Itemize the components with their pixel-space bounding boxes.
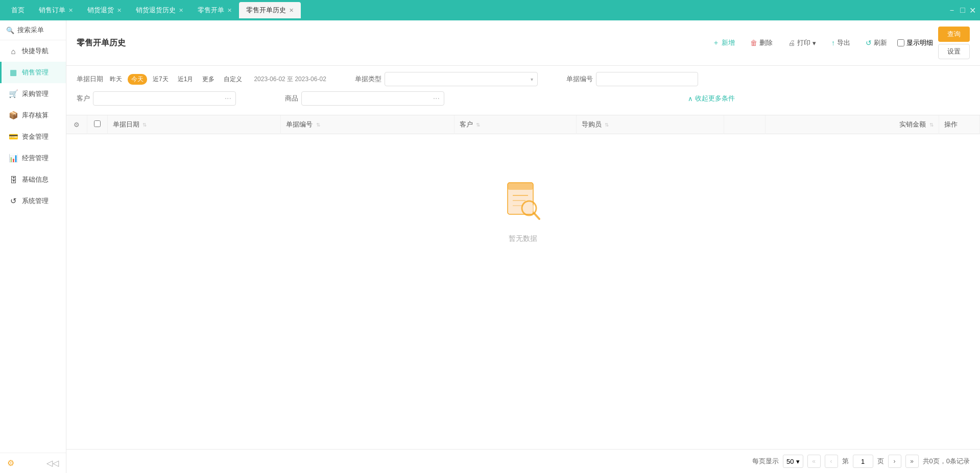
delete-icon: 🗑 bbox=[750, 39, 757, 47]
th-settings[interactable]: ⚙ bbox=[66, 115, 87, 134]
tab-retail-open-history-close[interactable]: ✕ bbox=[289, 7, 294, 14]
date-opt-7days[interactable]: 近7天 bbox=[149, 74, 172, 85]
filter-row-1: 单据日期 昨天 今天 近7天 近1月 更多 自定义 2023-06-02 至 2… bbox=[77, 72, 970, 86]
filter-row-2: 客户 ··· 商品 ··· ∧ 收起更多条件 bbox=[77, 91, 970, 106]
sidebar-item-inventory[interactable]: 📦 库存核算 bbox=[0, 105, 66, 126]
empty-text: 暂无数据 bbox=[509, 234, 537, 243]
last-page-button[interactable]: » bbox=[905, 455, 919, 468]
close-icon[interactable]: ✕ bbox=[969, 6, 976, 15]
filter-area: 单据日期 昨天 今天 近7天 近1月 更多 自定义 2023-06-02 至 2… bbox=[66, 66, 980, 115]
minimize-icon[interactable]: － bbox=[948, 5, 956, 16]
doc-type-label: 单据类型 bbox=[355, 74, 381, 84]
settings-button[interactable]: 设置 bbox=[938, 44, 970, 59]
export-button[interactable]: ↑ 导出 bbox=[826, 36, 855, 50]
svg-rect-1 bbox=[508, 183, 533, 190]
first-page-button[interactable]: « bbox=[807, 455, 821, 468]
empty-row: 暂无数据 bbox=[66, 134, 980, 285]
doc-number-input[interactable] bbox=[596, 72, 698, 86]
sidebar-item-system[interactable]: ↺ 系统管理 bbox=[0, 190, 66, 212]
delete-button[interactable]: 🗑 删除 bbox=[745, 36, 778, 50]
date-opt-more[interactable]: 更多 bbox=[199, 74, 218, 85]
sidebar-item-inventory-label: 库存核算 bbox=[22, 111, 49, 120]
sidebar-item-operations-label: 经营管理 bbox=[22, 154, 49, 163]
tab-sales-return-history-close[interactable]: ✕ bbox=[179, 7, 183, 14]
doc-type-filter-item: 单据类型 ▾ bbox=[355, 72, 538, 86]
sidebar-item-basic-info[interactable]: 🗄 基础信息 bbox=[0, 169, 66, 190]
sidebar-item-purchase[interactable]: 🛒 采购管理 bbox=[0, 83, 66, 105]
refresh-button[interactable]: ↺ 刷新 bbox=[861, 36, 892, 50]
sidebar-search[interactable]: 🔍 搜索采单 bbox=[0, 20, 66, 40]
query-button[interactable]: 查询 bbox=[938, 27, 970, 42]
goods-input[interactable]: ··· bbox=[301, 91, 444, 106]
page-number-input[interactable] bbox=[853, 455, 873, 468]
th-actions-label: 操作 bbox=[944, 120, 958, 128]
date-opt-yesterday[interactable]: 昨天 bbox=[106, 74, 126, 85]
collapse-button[interactable]: ∧ 收起更多条件 bbox=[688, 92, 735, 105]
date-filter-label: 单据日期 bbox=[77, 74, 103, 84]
data-table: ⚙ 单据日期 ⇅ 单据编号 ⇅ 客户 bbox=[66, 115, 980, 284]
print-icon: 🖨 bbox=[788, 39, 795, 47]
page-header: 零售开单历史 ＋ 新增 🗑 删除 🖨 打印 ▾ ↑ 导出 bbox=[66, 20, 980, 66]
th-checkbox[interactable] bbox=[87, 115, 107, 134]
next-page-button[interactable]: › bbox=[888, 455, 901, 468]
th-customer-label: 客户 bbox=[460, 120, 473, 128]
th-doc-number[interactable]: 单据编号 ⇅ bbox=[281, 115, 455, 134]
main-layout: 🔍 搜索采单 ⌂ 快捷导航 ▦ 销售管理 🛒 采购管理 📦 库存核算 💳 bbox=[0, 20, 980, 473]
add-label: 新增 bbox=[722, 38, 735, 47]
display-detail-toggle[interactable]: 显示明细 bbox=[897, 38, 933, 47]
table-container: ⚙ 单据日期 ⇅ 单据编号 ⇅ 客户 bbox=[66, 115, 980, 449]
collapse-icon: ∧ bbox=[688, 95, 693, 103]
add-button[interactable]: ＋ 新增 bbox=[707, 36, 740, 50]
sidebar-item-purchase-label: 采购管理 bbox=[22, 89, 49, 98]
tab-retail-open-history[interactable]: 零售开单历史 ✕ bbox=[239, 2, 301, 18]
sidebar-item-operations[interactable]: 📊 经营管理 bbox=[0, 147, 66, 169]
customer-label: 客户 bbox=[77, 94, 90, 103]
sidebar-collapse-icon[interactable]: ◁◁ bbox=[46, 458, 59, 468]
empty-illustration bbox=[497, 175, 548, 226]
maximize-icon[interactable]: □ bbox=[960, 6, 965, 15]
date-opt-1month[interactable]: 近1月 bbox=[174, 74, 197, 85]
empty-cell: 暂无数据 bbox=[66, 134, 980, 285]
th-doc-number-label: 单据编号 bbox=[286, 120, 313, 128]
display-detail-checkbox[interactable] bbox=[897, 39, 904, 46]
finance-icon: 💳 bbox=[9, 132, 18, 141]
tab-retail-open-close[interactable]: ✕ bbox=[227, 7, 232, 14]
sidebar-bottom: ⚙ ◁◁ bbox=[0, 453, 66, 473]
date-opt-today[interactable]: 今天 bbox=[128, 74, 147, 85]
purchase-icon: 🛒 bbox=[9, 89, 18, 98]
pagination: 每页显示 50 ▾ « ‹ 第 页 › » 共0页，0条记录 bbox=[66, 449, 980, 473]
print-button[interactable]: 🖨 打印 ▾ bbox=[783, 36, 821, 50]
doc-type-select[interactable]: ▾ bbox=[385, 72, 538, 86]
th-customer[interactable]: 客户 ⇅ bbox=[454, 115, 576, 134]
actual-amount-sort-icon: ⇅ bbox=[929, 122, 934, 128]
date-opt-custom[interactable]: 自定义 bbox=[220, 74, 246, 85]
tab-home[interactable]: 首页 bbox=[4, 2, 32, 18]
tab-sales-order-close[interactable]: ✕ bbox=[68, 7, 73, 14]
tab-sales-return[interactable]: 销货退货 ✕ bbox=[80, 2, 129, 18]
collapse-label: 收起更多条件 bbox=[695, 94, 735, 103]
sidebar-item-quick-nav[interactable]: ⌂ 快捷导航 bbox=[0, 40, 66, 62]
prev-page-button[interactable]: ‹ bbox=[825, 455, 838, 468]
tab-sales-return-history[interactable]: 销货退货历史 ✕ bbox=[129, 2, 190, 18]
home-icon: ⌂ bbox=[9, 47, 18, 56]
tab-home-label: 首页 bbox=[11, 6, 25, 15]
tab-retail-open[interactable]: 零售开单 ✕ bbox=[190, 2, 239, 18]
select-all-checkbox[interactable] bbox=[94, 120, 101, 127]
th-doc-date[interactable]: 单据日期 ⇅ bbox=[107, 115, 281, 134]
tab-sales-return-close[interactable]: ✕ bbox=[117, 7, 122, 14]
system-icon: ↺ bbox=[9, 196, 18, 206]
customer-input[interactable]: ··· bbox=[93, 91, 236, 106]
table-header-row: ⚙ 单据日期 ⇅ 单据编号 ⇅ 客户 bbox=[66, 115, 980, 134]
sidebar-search-label: 搜索采单 bbox=[17, 26, 44, 35]
th-salesperson[interactable]: 导购员 ⇅ bbox=[576, 115, 724, 134]
th-actual-amount[interactable]: 实销金额 ⇅ bbox=[766, 115, 939, 134]
page-size-select[interactable]: 50 ▾ bbox=[783, 455, 803, 468]
date-range-display: 2023-06-02 至 2023-06-02 bbox=[254, 75, 326, 84]
svg-line-7 bbox=[534, 213, 539, 219]
sidebar-item-sales[interactable]: ▦ 销售管理 bbox=[0, 62, 66, 83]
page-title: 零售开单历史 bbox=[77, 38, 126, 48]
sidebar-item-finance[interactable]: 💳 资金管理 bbox=[0, 126, 66, 147]
settings-gear-icon[interactable]: ⚙ bbox=[7, 458, 14, 468]
tab-sales-order[interactable]: 销售订单 ✕ bbox=[32, 2, 80, 18]
sales-icon: ▦ bbox=[9, 68, 18, 77]
